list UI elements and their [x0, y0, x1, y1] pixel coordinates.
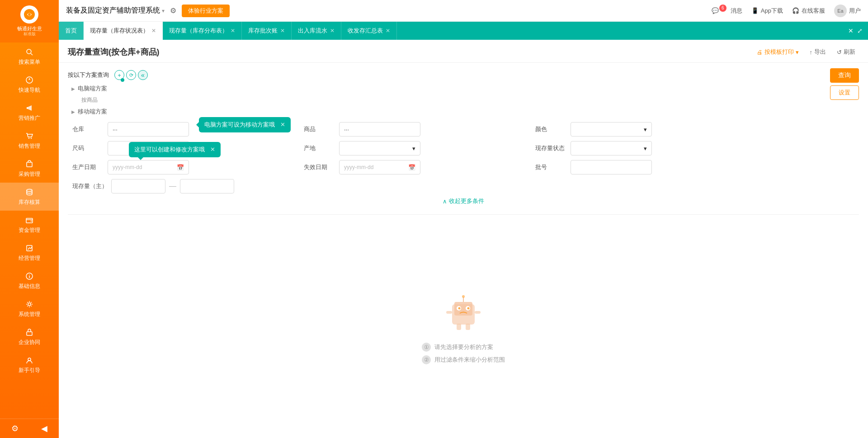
- sidebar-item-system[interactable]: 系统管理: [0, 295, 59, 323]
- phone-icon: 📱: [751, 7, 759, 14]
- export-btn[interactable]: ↑ 导出: [806, 46, 830, 58]
- tab-close-inventory-dist[interactable]: ✕: [231, 28, 235, 34]
- exp-date-placeholder: yyyy-mm-dd: [344, 164, 373, 170]
- mobile-scheme-node[interactable]: ▶ 移动端方案: [71, 106, 859, 118]
- industry-btn[interactable]: 体验行业方案: [182, 5, 230, 17]
- svg-point-7: [31, 138, 32, 139]
- topbar-right: 💬 6 消息 📱 App下载 🎧 在线客服 Ea 用户: [712, 5, 861, 17]
- stock-main-input-max[interactable]: [180, 179, 234, 193]
- search-btn[interactable]: 查询: [830, 68, 859, 83]
- print-dropdown-arrow: ▾: [796, 49, 799, 56]
- step-num-2: ②: [422, 355, 431, 364]
- sidebar-item-sales[interactable]: 销售管理: [0, 127, 59, 155]
- prod-date-calendar-icon[interactable]: 📅: [177, 164, 184, 171]
- svg-point-22: [458, 307, 461, 310]
- collapse-btn[interactable]: ∧ 收起更多条件: [68, 193, 859, 209]
- set-btn[interactable]: 设置: [830, 85, 859, 100]
- topbar-gear-icon[interactable]: ⚙: [170, 6, 176, 15]
- sidebar-item-operations[interactable]: 经营管理: [0, 239, 59, 267]
- stock-main-group: 现存量（主） —: [72, 179, 298, 193]
- user-avatar: Ea: [834, 5, 847, 17]
- print-btn[interactable]: 🖨 按模板打印 ▾: [753, 46, 802, 58]
- sub-label-node: 按商品: [81, 94, 859, 106]
- svg-point-14: [29, 274, 30, 275]
- tab-close-inout-flow[interactable]: ✕: [330, 28, 335, 34]
- sidebar-item-enterprise[interactable]: 企业协同: [0, 323, 59, 351]
- sidebar-nav: 搜索菜单 快速导航 营销推广 销售管理 采购管理: [0, 42, 59, 419]
- user-area[interactable]: Ea 用户: [834, 5, 861, 17]
- tooltip1-close[interactable]: ✕: [280, 121, 285, 128]
- stock-status-arrow: ▾: [644, 145, 647, 152]
- sidebar-logo: 畅通好生意 标准版: [0, 0, 59, 42]
- database-icon: [24, 187, 34, 197]
- system-title-select[interactable]: 装备及固定资产辅助管理系统 ▾: [66, 6, 165, 15]
- sidebar-settings-btn[interactable]: ⚙: [11, 424, 19, 433]
- tab-home[interactable]: 首页: [59, 22, 84, 40]
- svg-rect-16: [27, 332, 32, 335]
- exp-date-input[interactable]: yyyy-mm-dd 📅: [339, 160, 420, 174]
- message-icon: 💬: [712, 7, 719, 14]
- filter-label-row: 按以下方案查询 + ⟳ «: [68, 68, 859, 82]
- tab-inventory-status[interactable]: 现存量（库存状况表） ✕: [84, 22, 163, 40]
- sidebar-item-purchase[interactable]: 采购管理: [0, 155, 59, 183]
- svg-point-1: [28, 13, 31, 16]
- mobile-scheme-label: 移动端方案: [78, 108, 107, 116]
- desktop-scheme-node[interactable]: ▶ 电脑端方案: [71, 83, 859, 94]
- megaphone-icon: [24, 103, 34, 113]
- color-dropdown-arrow: ▾: [644, 126, 647, 133]
- settings-icon: [24, 299, 34, 309]
- wallet-icon: [24, 215, 34, 225]
- prod-date-label: 生产日期: [72, 163, 104, 171]
- online-support-btn[interactable]: 🎧 在线客服: [792, 7, 825, 15]
- color-select[interactable]: ▾: [571, 122, 652, 137]
- stock-status-select[interactable]: ▾: [571, 141, 652, 155]
- tooltip-create-scheme: 这里可以创建和修改方案哦 ✕: [129, 142, 221, 157]
- tab-close-all[interactable]: ✕: [848, 27, 854, 34]
- sidebar-collapse-btn[interactable]: ◀: [41, 424, 47, 433]
- purchase-icon: [24, 159, 34, 169]
- svg-point-6: [28, 138, 29, 139]
- tab-receive-summary[interactable]: 收发存汇总表 ✕: [341, 22, 397, 40]
- refresh-btn[interactable]: ↺ 刷新: [833, 46, 859, 58]
- tab-inventory-dist[interactable]: 现存量（库存分布表） ✕: [163, 22, 242, 40]
- scheme-arrow-right: ▶: [71, 86, 75, 91]
- filter-row-4: 现存量（主） —: [72, 179, 859, 193]
- tab-close-receive-summary[interactable]: ✕: [386, 28, 390, 34]
- stock-main-input-min[interactable]: [111, 179, 165, 193]
- sidebar-item-quicknav[interactable]: 快速导航: [0, 71, 59, 99]
- warehouse-field[interactable]: ···: [108, 122, 189, 137]
- empty-step-2: ② 用过滤条件来缩小分析范围: [422, 355, 505, 364]
- content-inner: 现存量查询(按仓库+商品) 🖨 按模板打印 ▾ ↑ 导出 ↺ 刷新: [59, 40, 868, 438]
- tab-maximize[interactable]: ⤢: [857, 27, 863, 34]
- tab-close-inventory-status[interactable]: ✕: [151, 28, 156, 34]
- app-download-btn[interactable]: 📱 App下载: [751, 7, 783, 15]
- content-header: 现存量查询(按仓库+商品) 🖨 按模板打印 ▾ ↑ 导出 ↺ 刷新: [59, 40, 868, 63]
- goods-field[interactable]: ···: [339, 122, 420, 137]
- sidebar-item-basic[interactable]: 基础信息: [0, 267, 59, 295]
- tab-batch-ledger[interactable]: 库存批次账 ✕: [242, 22, 292, 40]
- tab-close-batch-ledger[interactable]: ✕: [280, 28, 285, 34]
- headset-icon: 🎧: [792, 7, 799, 14]
- notifications-btn[interactable]: 💬 6 消息: [712, 7, 742, 15]
- sidebar-item-finance[interactable]: 资金管理: [0, 211, 59, 239]
- filter-back-btn[interactable]: «: [138, 70, 148, 80]
- filter-row-1: 仓库 ··· 商品 ··· 颜色: [72, 122, 859, 137]
- content-actions: 🖨 按模板打印 ▾ ↑ 导出 ↺ 刷新: [753, 46, 859, 58]
- sidebar-item-guide[interactable]: 新手引导: [0, 351, 59, 379]
- origin-select[interactable]: ▾: [339, 141, 420, 155]
- exp-date-calendar-icon[interactable]: 📅: [408, 164, 415, 171]
- topbar-left: 装备及固定资产辅助管理系统 ▾ ⚙ 体验行业方案: [66, 5, 230, 17]
- sidebar-item-search[interactable]: 搜索菜单: [0, 42, 59, 71]
- sidebar-item-marketing[interactable]: 营销推广: [0, 99, 59, 127]
- empty-icon: [441, 288, 486, 334]
- tooltip2-close[interactable]: ✕: [210, 146, 215, 153]
- filter-edit-btn[interactable]: ⟳: [126, 70, 136, 80]
- tabbar-actions: ✕ ⤢: [848, 27, 868, 34]
- batch-group: 批号: [535, 160, 761, 174]
- tab-inout-flow[interactable]: 出入库流水 ✕: [292, 22, 341, 40]
- goods-dots: ···: [344, 126, 349, 133]
- sidebar-item-inventory[interactable]: 库存核算: [0, 183, 59, 211]
- batch-input[interactable]: [571, 160, 652, 174]
- prod-date-input[interactable]: yyyy-mm-dd 📅: [108, 160, 189, 174]
- exp-date-label: 失效日期: [304, 163, 335, 171]
